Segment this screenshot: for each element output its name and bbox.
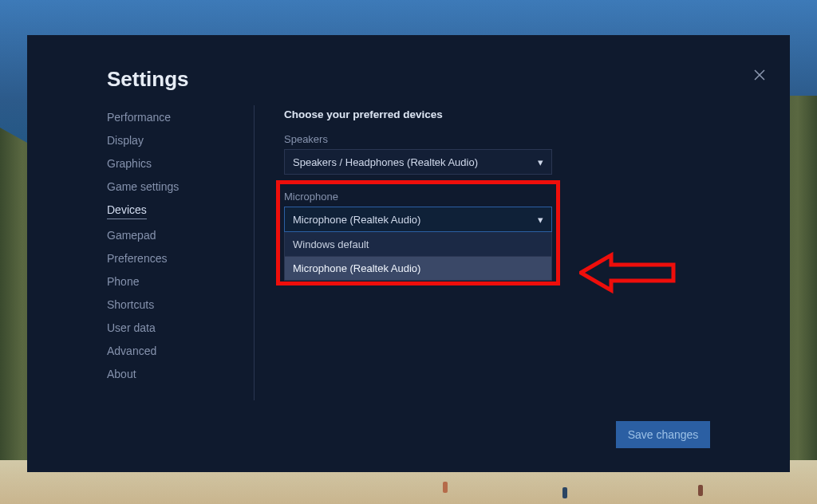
microphone-field: Microphone Microphone (Realtek Audio) ▾ …: [284, 191, 587, 281]
microphone-value: Microphone (Realtek Audio): [293, 214, 420, 226]
close-icon: [754, 69, 765, 81]
sidebar-item-game-settings[interactable]: Game settings: [107, 179, 179, 194]
speakers-select[interactable]: Speakers / Headphones (Realtek Audio) ▾: [284, 149, 552, 175]
speakers-value: Speakers / Headphones (Realtek Audio): [293, 156, 478, 168]
sidebar-item-graphics[interactable]: Graphics: [107, 156, 152, 171]
vertical-divider: [254, 105, 255, 400]
sidebar-item-user-data[interactable]: User data: [107, 321, 156, 335]
speakers-field: Speakers Speakers / Headphones (Realtek …: [284, 133, 587, 175]
annotation-arrow: [579, 250, 678, 295]
section-title: Choose your preferred devices: [284, 108, 587, 120]
microphone-select[interactable]: Microphone (Realtek Audio) ▾: [284, 207, 552, 232]
bg-person: [698, 485, 703, 496]
chevron-down-icon: ▾: [538, 214, 543, 226]
microphone-dropdown: Windows default Microphone (Realtek Audi…: [284, 232, 552, 281]
content-area: Choose your preferred devices Speakers S…: [284, 108, 587, 281]
settings-panel: Settings Performance Display Graphics Ga…: [27, 35, 790, 472]
bg-person: [443, 482, 448, 493]
microphone-option-realtek[interactable]: Microphone (Realtek Audio): [285, 256, 551, 280]
sidebar-item-phone[interactable]: Phone: [107, 274, 139, 289]
microphone-label: Microphone: [284, 191, 587, 203]
sidebar-item-devices[interactable]: Devices: [107, 203, 147, 219]
speakers-label: Speakers: [284, 133, 587, 145]
sidebar-item-display[interactable]: Display: [107, 133, 144, 148]
sidebar-item-about[interactable]: About: [107, 367, 136, 381]
sidebar: Performance Display Graphics Game settin…: [107, 110, 251, 381]
sidebar-item-performance[interactable]: Performance: [107, 110, 171, 124]
bg-person: [562, 487, 567, 498]
sidebar-item-advanced[interactable]: Advanced: [107, 344, 156, 358]
chevron-down-icon: ▾: [538, 156, 543, 168]
sidebar-item-shortcuts[interactable]: Shortcuts: [107, 297, 154, 312]
save-changes-button[interactable]: Save changes: [616, 421, 710, 448]
microphone-option-default[interactable]: Windows default: [285, 232, 551, 256]
page-title: Settings: [107, 67, 189, 92]
close-button[interactable]: [752, 67, 768, 83]
sidebar-item-gamepad[interactable]: Gamepad: [107, 228, 156, 242]
sidebar-item-preferences[interactable]: Preferences: [107, 251, 167, 266]
